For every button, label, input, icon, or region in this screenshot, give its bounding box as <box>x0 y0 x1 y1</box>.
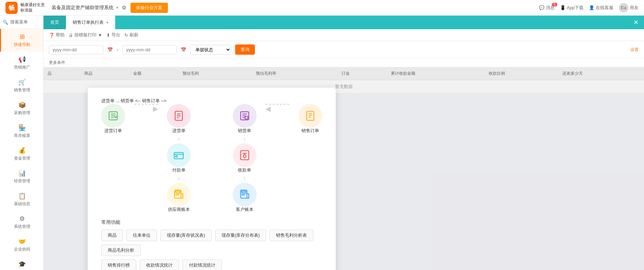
flow-circle-payment[interactable] <box>167 143 191 167</box>
inventory-icon: 🏪 <box>18 124 26 131</box>
help-icon: ❓ <box>49 33 54 38</box>
tab-bar: 首页 销售订单执行表 × ✕ <box>43 16 644 29</box>
sidebar: 🔍 搜索菜单 ⊞ 快捷导航 📢 营销推广 🛒 销售管理 📦 采购管理 🏪 <box>0 16 43 270</box>
collaboration-icon: 🤝 <box>18 238 26 245</box>
experience-button[interactable]: 体验行业方案 <box>130 3 168 13</box>
svg-rect-19 <box>241 151 249 160</box>
func-btn-inventory-status[interactable]: 现存量(库存状况表) <box>160 230 212 241</box>
guide-icon: 🎓 <box>18 260 26 268</box>
calendar-end-icon[interactable]: 📅 <box>181 47 186 52</box>
message-button[interactable]: 💬 消息 5 <box>539 5 555 11</box>
tab-home[interactable]: 首页 <box>43 16 66 29</box>
finance-icon: 💰 <box>18 147 26 154</box>
sidebar-item-guide[interactable]: 🎓 新手引导 <box>0 256 43 270</box>
flow-circle-customer-ledger[interactable] <box>233 183 257 206</box>
user-menu[interactable]: Ea 用友 <box>619 3 639 13</box>
svg-rect-11 <box>176 191 180 192</box>
system-icon: ⚙ <box>19 215 25 222</box>
sidebar-item-system[interactable]: ⚙ 系统管理 <box>0 211 43 234</box>
quick-nav-icon: ⊞ <box>20 33 25 40</box>
sidebar-item-sales[interactable]: 🛒 销售管理 <box>0 74 43 97</box>
arrow-v-4: ↓ <box>243 175 246 181</box>
operations-icon: 📊 <box>18 169 26 177</box>
date-to-input[interactable] <box>122 45 177 54</box>
arrow-v-1: ↓ <box>178 136 180 141</box>
export-icon: ⬆ <box>106 33 110 38</box>
sidebar-item-operations[interactable]: 📊 经营管理 <box>0 165 43 188</box>
func-btn-sales-ranking[interactable]: 销售排行榜 <box>101 259 136 270</box>
logo: 畅 畅康通好生意 标准版 <box>5 2 46 14</box>
table-container: 品 商品 金额 预估毛利 预估毛利率 订金 累计收款金额 收款比例 还差多少天 <box>43 67 644 270</box>
func-btn-counterparty[interactable]: 往来单位 <box>126 230 157 241</box>
search-menu-button[interactable]: 🔍 搜索菜单 <box>0 16 43 29</box>
export-button[interactable]: ⬆ 导出 <box>106 32 120 38</box>
func-btn-product-margin[interactable]: 商品毛利分析 <box>101 245 141 256</box>
refresh-button[interactable]: ↻ 刷新 <box>124 32 138 38</box>
arrow-v-3: ↓ <box>178 175 180 181</box>
purchase-icon: 📦 <box>18 101 26 109</box>
sidebar-item-finance[interactable]: 💰 资金管理 <box>0 143 43 165</box>
message-icon: 💬 <box>539 5 544 10</box>
print-icon: 🖨 <box>69 33 73 38</box>
online-service-button[interactable]: 👤 在线客服 <box>589 5 613 11</box>
common-functions: 常用功能 商品 往来单位 现存量(库存状况表) 现存量(库存分布表) 销售毛利分… <box>88 219 336 270</box>
search-button[interactable]: 查询 <box>235 44 255 55</box>
marketing-icon: 📢 <box>18 56 26 63</box>
flow-col-sales-order: 销售订单 <box>298 104 322 134</box>
flow-col-purchase: 进货单 ↓ <box>167 104 191 213</box>
avatar: Ea <box>619 3 628 13</box>
template-print-button[interactable]: 🖨 按模板打印 ▼ <box>69 32 102 38</box>
date-separator: - <box>117 47 118 52</box>
logo-icon: 畅 <box>5 2 18 14</box>
sidebar-item-inventory[interactable]: 🏪 库存核算 <box>0 120 43 143</box>
filter-settings-link[interactable]: 设置 <box>630 47 639 53</box>
calendar-icon[interactable]: 📅 <box>107 47 113 52</box>
service-icon: 👤 <box>589 5 594 10</box>
basic-info-icon: 📋 <box>18 192 26 200</box>
sales-icon: 🛒 <box>18 78 26 86</box>
tab-close-icon[interactable]: × <box>106 20 108 24</box>
window-close-icon[interactable]: ✕ <box>632 19 640 26</box>
func-buttons-row2: 销售排行榜 收款情况统计 付款情况统计 <box>101 259 322 270</box>
logo-text: 畅康通好生意 标准版 <box>20 2 45 13</box>
chevron-down-icon[interactable]: ▼ <box>116 6 119 10</box>
content-toolbar: ❓ 帮助 🖨 按模板打印 ▼ ⬆ 导出 ↻ 刷新 <box>43 29 644 41</box>
sidebar-item-marketing[interactable]: 📢 营销推广 <box>0 52 43 74</box>
common-title: 常用功能 <box>101 219 322 226</box>
settings-icon[interactable]: ⚙ <box>122 4 126 11</box>
flow-circle-sales-order[interactable] <box>298 104 322 128</box>
flow-circle-supplier-ledger[interactable] <box>167 183 191 206</box>
status-select[interactable]: 单据状态 <box>190 45 231 55</box>
svg-rect-9 <box>176 156 177 157</box>
sidebar-item-quick-nav[interactable]: ⊞ 快捷导航 <box>0 29 43 52</box>
flow-circle-purchase[interactable] <box>167 104 191 128</box>
search-icon: 🔍 <box>3 20 8 25</box>
sidebar-item-purchase[interactable]: 📦 采购管理 <box>0 97 43 120</box>
sidebar-item-collaboration[interactable]: 🤝 企业协同 <box>0 234 43 256</box>
func-btn-product[interactable]: 商品 <box>101 230 123 241</box>
func-btn-inventory-dist[interactable]: 现存量(库存分布表) <box>215 230 266 241</box>
func-btn-receipt-stats[interactable]: 收款情况统计 <box>140 259 179 270</box>
filter-bar: 📅 - 📅 单据状态 查询 设置 <box>43 41 644 58</box>
sidebar-item-basic-info[interactable]: 📋 基础信息 <box>0 188 43 211</box>
flow-col-sales: 销货单 ↓ <box>233 104 257 213</box>
func-btn-payment-stats[interactable]: 付款情况统计 <box>182 259 222 270</box>
help-button[interactable]: ❓ 帮助 <box>49 32 65 38</box>
flow-circle-receipt[interactable] <box>233 143 257 167</box>
arrow-h-1: ▶ <box>125 104 167 128</box>
popup-overlay: 进货单 ... 销货单 <-- 销售订单 --> <box>43 67 644 270</box>
refresh-icon: ↻ <box>124 33 128 38</box>
flow-circle-sales[interactable] <box>233 104 257 128</box>
tab-sales-order[interactable]: 销售订单执行表 × <box>66 16 115 29</box>
func-buttons-container: 商品 往来单位 现存量(库存状况表) 现存量(库存分布表) 销售毛利分析表 商品… <box>101 230 322 256</box>
flow-circle-purchase-order[interactable] <box>101 104 125 128</box>
date-from-input[interactable] <box>49 45 103 54</box>
flow-popup: 进货单 ... 销货单 <-- 销售订单 --> <box>88 88 336 270</box>
svg-rect-26 <box>307 111 314 121</box>
flow-col-purchase-order: 进货订单 <box>101 104 125 134</box>
func-btn-sales-margin[interactable]: 销售毛利分析表 <box>269 230 313 241</box>
more-conditions-button[interactable]: 更多条件 <box>49 60 65 66</box>
download-icon: 📱 <box>560 5 565 10</box>
app-download-button[interactable]: 📱 App下载 <box>560 5 584 11</box>
print-dropdown-icon: ▼ <box>98 33 102 38</box>
